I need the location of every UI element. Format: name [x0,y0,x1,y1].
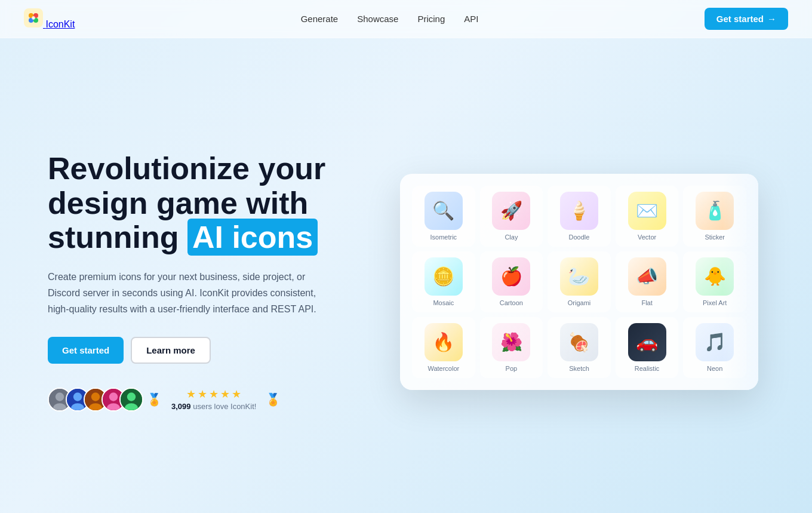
icon-cell-watercolor[interactable]: 🔥 Watercolor [412,317,475,378]
icon-image-origami: 🦢 [560,257,598,296]
icon-showcase-card: 🔍 Isometric 🚀 Clay 🍦 Doodle ✉️ Vector 🧴 … [400,174,758,390]
icon-label-realistic: Realistic [635,365,660,372]
laurel-left-icon: 🏅 [147,392,162,407]
nav-api[interactable]: API [464,14,478,24]
rating-block: ★★★★★ 3,099 users love IconKit! [171,388,256,411]
icon-image-clay: 🚀 [492,192,530,230]
icon-label-doodle: Doodle [569,234,590,241]
icon-cell-neon[interactable]: 🎵 Neon [683,317,746,378]
icon-image-pop: 🌺 [492,323,530,361]
icon-label-pixelart: Pixel Art [703,299,727,306]
rating-text: 3,099 users love IconKit! [171,402,256,411]
icon-label-neon: Neon [707,365,722,372]
svg-point-16 [109,392,118,401]
svg-point-7 [56,392,64,401]
icon-label-vector: Vector [638,234,656,241]
avatar [119,388,143,411]
icon-cell-origami[interactable]: 🦢 Origami [548,251,611,312]
icon-image-doodle: 🍦 [560,192,598,230]
icon-cell-isometric[interactable]: 🔍 Isometric [412,186,475,247]
icon-image-pixelart: 🐥 [696,257,734,296]
icon-cell-flat[interactable]: 📣 Flat [616,251,679,312]
icon-label-isometric: Isometric [430,234,457,241]
hero-highlight: AI icons [187,219,318,256]
icon-label-origami: Origami [568,299,591,306]
hero-description: Create premium icons for your next busin… [48,269,334,318]
social-proof: 🏅 ★★★★★ 3,099 users love IconKit! 🏅 [48,388,358,411]
icon-label-clay: Clay [505,234,518,241]
icon-cell-doodle[interactable]: 🍦 Doodle [548,186,611,247]
arrow-icon: → [767,14,776,24]
icon-cell-mosaic[interactable]: 🪙 Mosaic [412,251,475,312]
svg-point-10 [73,392,82,401]
brand-name: IconKit [45,19,75,29]
navbar: IconKit Generate Showcase Pricing API Ge… [0,0,812,38]
icon-image-watercolor: 🔥 [425,323,463,361]
icon-image-mosaic: 🪙 [425,257,463,296]
icon-cell-realistic[interactable]: 🚗 Realistic [616,317,679,378]
icon-image-sketch: 🍖 [560,323,598,361]
icon-image-realistic: 🚗 [628,323,666,361]
icon-label-sticker: Sticker [705,234,725,241]
icon-label-sketch: Sketch [569,365,589,372]
icon-label-mosaic: Mosaic [433,299,454,306]
icon-label-cartoon: Cartoon [500,299,523,306]
nav-links: Generate Showcase Pricing API [301,14,479,24]
nav-showcase[interactable]: Showcase [357,14,398,24]
hero-buttons: Get started Learn more [48,337,358,364]
hero-title: Revolutionize your design game with stun… [48,152,358,254]
icon-cell-vector[interactable]: ✉️ Vector [616,186,679,247]
icon-image-vector: ✉️ [628,192,666,230]
icon-image-isometric: 🔍 [425,192,463,230]
icon-label-watercolor: Watercolor [427,365,459,372]
logo-link[interactable]: IconKit [24,8,75,30]
icon-cell-pixelart[interactable]: 🐥 Pixel Art [683,251,746,312]
icon-cell-clay[interactable]: 🚀 Clay [480,186,543,247]
user-avatars [48,388,137,411]
icon-image-cartoon: 🍎 [492,257,530,296]
learn-more-button[interactable]: Learn more [131,337,211,364]
svg-point-13 [91,392,100,401]
hero-section: Revolutionize your design game with stun… [0,38,812,513]
nav-get-started-button[interactable]: Get started → [705,8,788,30]
svg-point-19 [127,392,136,401]
hero-content: Revolutionize your design game with stun… [48,152,358,411]
star-rating: ★★★★★ [186,388,241,401]
icon-grid: 🔍 Isometric 🚀 Clay 🍦 Doodle ✉️ Vector 🧴 … [412,186,746,378]
icon-label-pop: Pop [506,365,518,372]
icon-cell-pop[interactable]: 🌺 Pop [480,317,543,378]
logo-icon [24,8,43,27]
icon-cell-sticker[interactable]: 🧴 Sticker [683,186,746,247]
icon-image-sticker: 🧴 [696,192,734,230]
icon-cell-cartoon[interactable]: 🍎 Cartoon [480,251,543,312]
get-started-button[interactable]: Get started [48,337,124,364]
svg-point-5 [32,16,35,20]
nav-generate[interactable]: Generate [301,14,339,24]
icon-image-neon: 🎵 [696,323,734,361]
icon-label-flat: Flat [641,299,652,306]
laurel-right-icon: 🏅 [266,392,281,407]
icon-cell-sketch[interactable]: 🍖 Sketch [548,317,611,378]
hero-visual: 🔍 Isometric 🚀 Clay 🍦 Doodle ✉️ Vector 🧴 … [394,174,764,390]
nav-pricing[interactable]: Pricing [417,14,445,24]
icon-image-flat: 📣 [628,257,666,296]
